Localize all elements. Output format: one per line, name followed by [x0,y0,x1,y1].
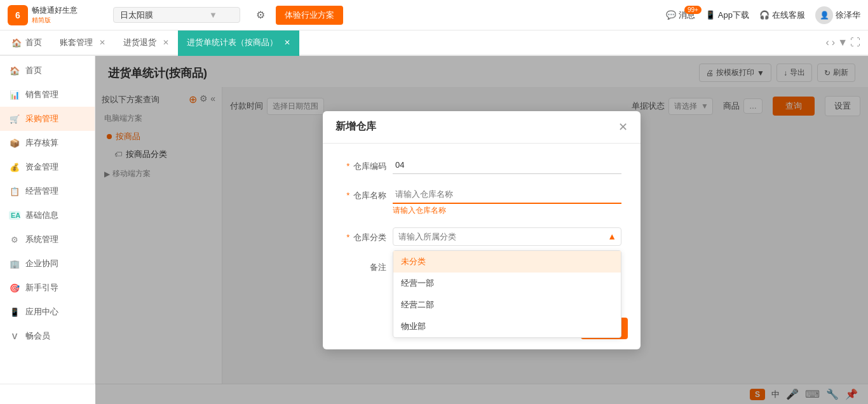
category-field: ▲ 未分类 经营一部 经营二部 物业部 [393,227,621,246]
user-menu-button[interactable]: 👤 徐泽华 [815,6,860,24]
modal-overlay: 新增仓库 ✕ * 仓库编码 [95,56,868,404]
category-dropdown-list: 未分类 经营一部 经营二部 物业部 [393,250,621,338]
name-label: * 仓库名称 [342,185,393,201]
modal-close-button[interactable]: ✕ [618,120,628,134]
tab-purchase-return-close[interactable]: ✕ [163,38,169,47]
tab-purchase-stats-close[interactable]: ✕ [284,38,290,47]
sidebar-item-inventory[interactable]: 📦 库存核算 [0,131,95,155]
appcenter-icon: 📱 [9,307,20,317]
code-field [393,156,621,174]
top-header: 6 畅捷通好生意 精简版 ▼ ⚙ 体验行业方案 💬 消息 99+ 📱 App下载… [0,0,868,30]
sidebar-item-enterprise[interactable]: 🏢 企业协同 [0,252,95,276]
tab-next-icon[interactable]: › [832,37,835,48]
modal-body: * 仓库编码 * 仓库名称 [323,144,641,310]
headset-icon: 🎧 [759,10,770,20]
app-download-button[interactable]: 📱 App下载 [705,10,749,21]
purchase-icon: 🛒 [9,114,20,124]
operation-icon: 📋 [9,187,20,196]
category-select-wrap: ▲ [393,227,621,246]
enterprise-icon: 🏢 [9,259,20,269]
modal-header: 新增仓库 ✕ [323,111,641,144]
phone-icon: 📱 [705,10,715,20]
sidebar-item-finance[interactable]: 💰 资金管理 [0,155,95,179]
sidebar-item-home[interactable]: 🏠 首页 [0,58,95,83]
tab-prev-icon[interactable]: ‹ [826,37,829,48]
form-row-code: * 仓库编码 [342,156,621,174]
form-row-category: * 仓库分类 ▲ 未分类 经营一部 经 [342,227,621,246]
tab-purchase-return[interactable]: 进货退货 ✕ [114,30,178,56]
sidebar-item-membership[interactable]: V 畅会员 [0,324,95,348]
dropdown-item-0[interactable]: 未分类 [393,251,621,273]
code-label: * 仓库编码 [342,156,393,172]
message-button[interactable]: 💬 消息 99+ [666,10,695,21]
tab-bar: 🏠 首页 账套管理 ✕ 进货退货 ✕ 进货单统计表（按商品） ✕ ‹ › ▼ ⛶ [0,30,868,56]
tab-controls: ‹ › ▼ ⛶ [821,30,866,55]
content-area: 进货单统计(按商品) 🖨 按模板打印 ▼ ↓ 导出 ↻ 刷新 [95,56,868,404]
sidebar-item-newbie[interactable]: 🎯 新手引导 [0,276,95,300]
newbie-icon: 🎯 [9,283,20,293]
system-icon: ⚙ [9,235,20,245]
modal-title: 新增仓库 [336,120,376,133]
sidebar-item-system[interactable]: ⚙ 系统管理 [0,227,95,252]
sidebar-item-appcenter[interactable]: 📱 应用中心 [0,300,95,324]
tab-purchase-stats[interactable]: 进货单统计表（按商品） ✕ [178,30,299,56]
header-search-box: ▼ [113,7,240,23]
category-label: * 仓库分类 [342,227,393,243]
inventory-icon: 📦 [9,138,20,148]
name-field: 请输入仓库名称 [393,185,621,216]
online-service-button[interactable]: 🎧 在线客服 [759,10,805,21]
logo-area: 6 畅捷通好生意 精简版 [8,5,103,25]
dropdown-item-2[interactable]: 经营二部 [393,294,621,316]
category-input[interactable] [393,227,621,246]
dropdown-item-1[interactable]: 经营一部 [393,273,621,294]
settings-gear-icon[interactable]: ⚙ [250,5,271,25]
sidebar: 🏠 首页 📊 销售管理 🛒 采购管理 📦 库存核算 💰 资金管理 📋 经营管理 … [0,56,95,404]
trial-button[interactable]: 体验行业方案 [276,6,343,25]
tab-expand-icon[interactable]: ⛶ [850,37,860,48]
message-badge: 99+ [684,6,702,14]
new-warehouse-modal: 新增仓库 ✕ * 仓库编码 [323,111,641,349]
main-layout: 🏠 首页 📊 销售管理 🛒 采购管理 📦 库存核算 💰 资金管理 📋 经营管理 … [0,56,868,404]
finance-icon: 💰 [9,163,20,172]
sales-icon: 📊 [9,90,20,100]
header-right: 💬 消息 99+ 📱 App下载 🎧 在线客服 👤 徐泽华 [666,6,860,24]
code-input[interactable] [393,156,621,174]
tab-account-close[interactable]: ✕ [99,38,105,47]
message-icon: 💬 [666,10,676,20]
tab-account[interactable]: 账套管理 ✕ [51,30,114,56]
sidebar-item-basic-info[interactable]: EA 基础信息 [0,203,95,227]
membership-icon: V [9,332,20,341]
sidebar-item-operation[interactable]: 📋 经营管理 [0,179,95,203]
avatar: 👤 [815,6,833,24]
note-label: 备注 [342,257,393,273]
search-input[interactable] [120,10,209,20]
name-input[interactable] [393,185,621,204]
sidebar-item-purchase[interactable]: 🛒 采购管理 [0,107,95,131]
dropdown-item-3[interactable]: 物业部 [393,316,621,337]
dropdown-arrow-icon: ▼ [209,10,217,20]
form-row-name: * 仓库名称 请输入仓库名称 [342,185,621,216]
name-error-msg: 请输入仓库名称 [393,205,621,216]
tab-menu-icon[interactable]: ▼ [837,37,848,48]
logo-icon: 6 [8,5,28,25]
home-icon: 🏠 [9,66,20,76]
basic-info-icon: EA [9,211,20,220]
logo-text: 畅捷通好生意 精简版 [32,6,78,24]
sidebar-item-sales[interactable]: 📊 销售管理 [0,83,95,107]
tab-home[interactable]: 🏠 首页 [3,30,51,56]
